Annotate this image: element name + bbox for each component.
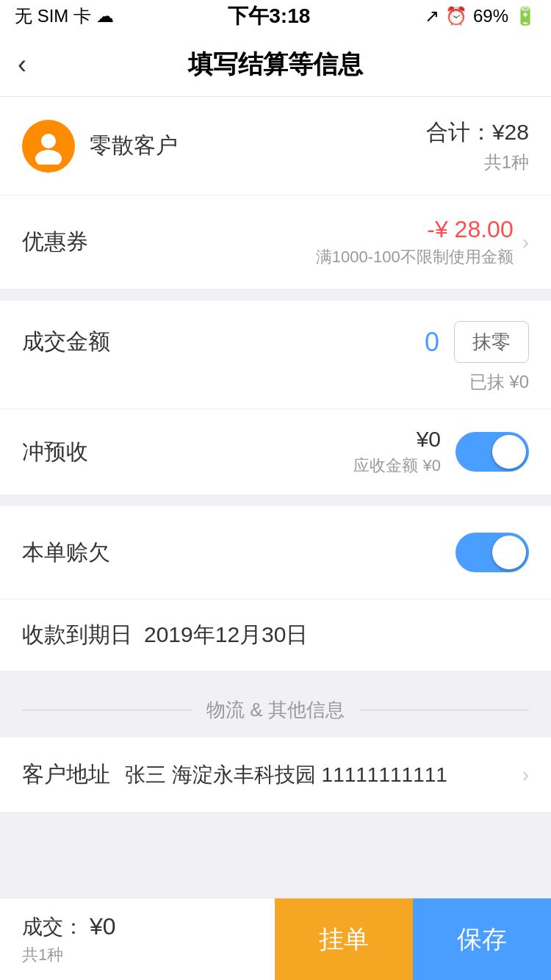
- bottom-count: 共1种: [22, 944, 253, 966]
- debt-label: 本单赊欠: [22, 538, 110, 568]
- status-time: 下午3:18: [228, 2, 310, 30]
- sim-wifi-label: 无 SIM 卡 ☁: [15, 4, 114, 28]
- prepayment-label: 冲预收: [22, 437, 88, 467]
- already-rounded: 已抹 ¥0: [0, 370, 551, 408]
- debt-section: 本单赊欠 收款到期日 2019年12月30日: [0, 506, 551, 671]
- address-label: 客户地址: [22, 760, 110, 790]
- total-count: 共1种: [426, 151, 529, 174]
- address-section: 客户地址 张三 海淀永丰科技园 11111111111 ›: [0, 738, 551, 812]
- transaction-section: 成交金额 0 抹零 已抹 ¥0 冲预收 ¥0 应收金额 ¥0: [0, 300, 551, 494]
- transaction-label: 成交金额: [22, 327, 110, 357]
- divider-line-left: [22, 710, 192, 710]
- customer-section: 零散客户 合计：¥28 共1种 优惠券 -¥ 28.00 满1000-100不限…: [0, 97, 551, 289]
- status-left: 无 SIM 卡 ☁: [15, 4, 114, 28]
- due-date-value: 2019年12月30日: [144, 620, 308, 650]
- bottom-deal: 成交： ¥0: [22, 913, 253, 941]
- alarm-icon: ⏰: [445, 6, 467, 26]
- customer-left: 零散客户: [22, 120, 178, 173]
- coupon-label: 优惠券: [22, 227, 88, 257]
- main-content: 零散客户 合计：¥28 共1种 优惠券 -¥ 28.00 满1000-100不限…: [0, 97, 551, 912]
- nav-bar: ‹ 填写结算等信息: [0, 32, 551, 97]
- due-date-label: 收款到期日: [22, 620, 132, 650]
- section-divider: 物流 & 其他信息: [0, 682, 551, 738]
- debt-toggle[interactable]: [455, 533, 529, 572]
- person-icon: [30, 128, 67, 165]
- customer-name: 零散客户: [90, 131, 178, 161]
- status-right: ↗ ⏰ 69% 🔋: [425, 6, 536, 26]
- toggle-knob: [492, 435, 526, 469]
- due-date-row: 收款到期日 2019年12月30日: [0, 599, 551, 671]
- transaction-right: 0 抹零: [425, 321, 529, 363]
- location-icon: ↗: [425, 6, 439, 26]
- save-button[interactable]: 保存: [413, 898, 551, 981]
- divider-text: 物流 & 其他信息: [206, 697, 345, 723]
- transaction-value: 0: [425, 327, 439, 358]
- customer-right: 合计：¥28 共1种: [426, 118, 529, 174]
- prepayment-value-block: ¥0 应收金额 ¥0: [353, 427, 441, 477]
- divider-line-right: [359, 710, 529, 710]
- prepayment-right: ¥0 应收金额 ¥0: [353, 427, 529, 477]
- chevron-right-icon: ›: [522, 231, 529, 254]
- prepayment-amount: ¥0: [353, 427, 441, 452]
- address-value: 张三 海淀永丰科技园 11111111111: [125, 761, 522, 789]
- customer-row: 零散客户 合计：¥28 共1种: [0, 97, 551, 195]
- status-bar: 无 SIM 卡 ☁ 下午3:18 ↗ ⏰ 69% 🔋: [0, 0, 551, 32]
- nav-title: 填写结算等信息: [188, 48, 363, 82]
- battery-icon: 🔋: [514, 6, 536, 26]
- coupon-value-block: -¥ 28.00 满1000-100不限制使用金额: [316, 216, 514, 268]
- address-row[interactable]: 客户地址 张三 海淀永丰科技园 11111111111 ›: [0, 738, 551, 812]
- prepayment-receivable: 应收金额 ¥0: [353, 455, 441, 477]
- hang-button[interactable]: 挂单: [275, 898, 413, 981]
- total-price: 合计：¥28: [426, 118, 529, 148]
- coupon-note: 满1000-100不限制使用金额: [316, 246, 514, 268]
- debt-toggle-knob: [492, 536, 526, 569]
- coupon-right: -¥ 28.00 满1000-100不限制使用金额 ›: [316, 216, 529, 268]
- prepayment-row: 冲预收 ¥0 应收金额 ¥0: [0, 408, 551, 494]
- back-button[interactable]: ‹: [18, 49, 26, 80]
- bottom-bar: 成交： ¥0 共1种 挂单 保存: [0, 898, 551, 980]
- transaction-row: 成交金额 0 抹零: [0, 300, 551, 370]
- bottom-deal-label: 成交：: [22, 913, 84, 941]
- prepayment-toggle[interactable]: [455, 432, 529, 472]
- debt-row: 本单赊欠: [0, 506, 551, 599]
- customer-avatar: [22, 120, 75, 173]
- svg-point-0: [41, 134, 56, 148]
- address-chevron-icon: ›: [522, 763, 529, 787]
- svg-point-1: [35, 150, 62, 165]
- round-button[interactable]: 抹零: [454, 321, 529, 363]
- bottom-info: 成交： ¥0 共1种: [0, 913, 275, 966]
- battery-label: 69%: [473, 6, 508, 26]
- coupon-row[interactable]: 优惠券 -¥ 28.00 满1000-100不限制使用金额 ›: [0, 195, 551, 289]
- bottom-deal-amount: ¥0: [90, 913, 116, 940]
- coupon-amount: -¥ 28.00: [316, 216, 514, 243]
